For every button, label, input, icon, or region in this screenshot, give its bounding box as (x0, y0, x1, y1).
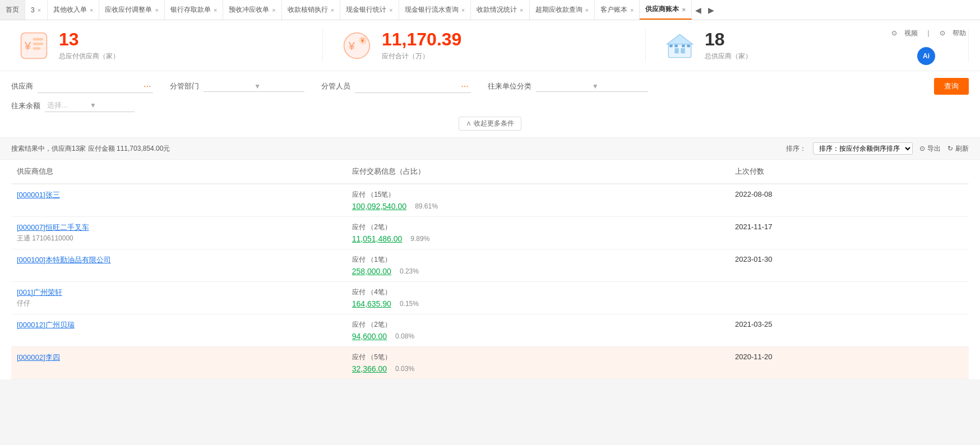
card2-info: 11,170.39 应付合计（万） (382, 30, 461, 61)
tx-top: 应付 （5笔） (352, 353, 724, 362)
export-button[interactable]: ⊙ 导出 (919, 144, 941, 154)
close-icon[interactable]: × (90, 7, 93, 13)
nav-home[interactable]: 首页 (0, 0, 25, 20)
svg-rect-14 (682, 44, 685, 47)
table-scroll-area[interactable]: 供应商信息 应付交易信息（占比） 上次付数 [000001]张三应付 （15笔）… (11, 160, 969, 379)
svg-rect-16 (687, 44, 690, 47)
nav-next-arrow[interactable]: ▶ (705, 6, 718, 15)
nav-overdue-ar[interactable]: 超期应收款查询 × (530, 0, 595, 20)
close-icon[interactable]: × (585, 7, 589, 13)
nav-prepay-collect[interactable]: 预收冲应收单 × (223, 0, 281, 20)
svg-rect-3 (33, 43, 43, 45)
nav-supplier-book[interactable]: 供应商账本 × (640, 0, 691, 20)
amount-link[interactable]: 100,092,540.00 (352, 202, 406, 211)
nav-bank-deposit[interactable]: 银行存取款单 × (165, 0, 223, 20)
nav-collect-verify[interactable]: 收款核销执行 × (282, 0, 340, 20)
person-input-wrap: ··· (355, 80, 470, 93)
person-dots-icon[interactable]: ··· (461, 81, 468, 91)
svg-text:¥: ¥ (360, 38, 364, 44)
tx-label: 应付 （4笔） (352, 288, 391, 296)
nav-tab-3-label: 3 (31, 6, 35, 14)
amount-link[interactable]: 32,366.00 (352, 364, 387, 373)
svg-rect-11 (674, 48, 678, 53)
supplier-sub-info: 仔仔 (17, 299, 341, 308)
svg-rect-12 (681, 48, 685, 53)
nav-ar-ap-adjust[interactable]: 应收应付调整单 × (99, 0, 164, 20)
supplier-input[interactable] (40, 82, 141, 90)
dept-select[interactable]: ▼ (204, 81, 304, 92)
nav-ar-ap-adjust-label: 应收应付调整单 (105, 5, 152, 15)
nav-prev-arrow[interactable]: ◀ (692, 6, 705, 15)
table-row: [000001]张三应付 （15笔）100,092,540.0089.61%20… (11, 184, 969, 217)
ai-badge[interactable]: Ai (917, 47, 935, 65)
transaction-cell: 应付 （1笔）258,000.000.23% (346, 249, 729, 282)
supplier-link[interactable]: [000007]恒旺二手叉车 (17, 223, 89, 231)
card1-number: 13 (59, 30, 119, 49)
tx-percent: 89.61% (415, 202, 438, 210)
nav-collect-stat[interactable]: 收款情况统计 × (471, 0, 529, 20)
close-icon[interactable]: × (682, 6, 685, 13)
nav-other-income[interactable]: 其他收入单 × (48, 0, 99, 20)
close-icon[interactable]: × (155, 7, 158, 13)
close-icon[interactable]: × (214, 7, 217, 13)
supplier-link[interactable]: [000001]张三 (17, 191, 60, 199)
help-link[interactable]: 帮助 (953, 29, 966, 37)
supplier-link[interactable]: [000012]广州贝瑞 (17, 321, 75, 329)
supplier-cell: [000100]本特勤油品有限公司 (11, 249, 346, 282)
tx-percent: 0.15% (400, 300, 419, 308)
close-icon[interactable]: × (331, 7, 334, 13)
amount-link[interactable]: 164,635.90 (352, 299, 391, 308)
svg-point-5 (344, 33, 369, 58)
card3-number: 18 (705, 30, 752, 49)
card2-label: 应付合计（万） (382, 52, 461, 61)
balance-select[interactable]: 选择... ▼ (45, 99, 135, 112)
nav-cash-flow-query[interactable]: 现金银行流水查询 × (399, 0, 471, 20)
sort-select[interactable]: 排序：按应付余额倒序排序 (813, 142, 913, 155)
card3-info: 18 总供应商（家） (705, 30, 752, 61)
chevron-down-icon: ▼ (592, 82, 646, 90)
amount-link[interactable]: 258,000.00 (352, 267, 391, 276)
close-icon[interactable]: × (461, 7, 465, 13)
close-icon[interactable]: × (520, 7, 523, 13)
supplier-dots-icon[interactable]: ··· (144, 81, 151, 91)
amount-link[interactable]: 11,051,486.00 (352, 234, 403, 243)
nav-cash-bank-stat[interactable]: 现金银行统计 × (340, 0, 399, 20)
tx-percent: 0.23% (400, 267, 419, 275)
refresh-button[interactable]: ↻ 刷新 (947, 144, 969, 154)
table-row: [001]广州荣轩仔仔应付 （4笔）164,635.900.15% (11, 282, 969, 314)
close-icon[interactable]: × (630, 7, 634, 13)
svg-text:¥: ¥ (24, 39, 31, 52)
card-icon-payable: ¥ (17, 29, 50, 62)
person-input[interactable] (357, 82, 458, 90)
video-link[interactable]: 视频 (904, 29, 918, 37)
transaction-cell: 应付 （2笔）94,600.000.08% (346, 314, 729, 347)
close-icon[interactable]: × (38, 7, 41, 13)
nav-tab-3[interactable]: 3 × (25, 0, 48, 20)
filter-category-label: 往来单位分类 (488, 81, 531, 91)
query-button[interactable]: 查询 (934, 78, 969, 95)
last-payment-cell (729, 282, 969, 314)
filter-row-2: 往来余额 选择... ▼ (11, 99, 969, 112)
last-payment-cell: 2021-03-25 (729, 314, 969, 347)
supplier-link[interactable]: [001]广州荣轩 (17, 288, 62, 296)
tx-bottom: 164,635.900.15% (352, 299, 724, 308)
supplier-link[interactable]: [000002]李四 (17, 353, 60, 361)
refresh-icon: ↻ (947, 145, 953, 152)
category-select[interactable]: ▼ (536, 81, 648, 92)
nav-customer-book[interactable]: 客户账本 × (595, 0, 640, 20)
amount-link[interactable]: 94,600.00 (352, 332, 387, 341)
table-row: [000002]李四应付 （5笔）32,366.000.03%2020-11-2… (11, 347, 969, 379)
close-icon[interactable]: × (389, 7, 392, 13)
th-last-payment: 上次付数 (729, 160, 969, 184)
tx-percent: 0.03% (395, 365, 414, 373)
supplier-link[interactable]: [000100]本特勤油品有限公司 (17, 256, 111, 264)
filter-dept-label: 分管部门 (170, 81, 199, 91)
close-icon[interactable]: × (272, 7, 275, 13)
card2-number: 11,170.39 (382, 30, 461, 49)
supplier-cell: [000012]广州贝瑞 (11, 314, 346, 347)
nav-home-label: 首页 (6, 5, 19, 15)
nav-cash-flow-query-label: 现金银行流水查询 (405, 5, 459, 15)
tx-bottom: 258,000.000.23% (352, 267, 724, 276)
tx-bottom: 32,366.000.03% (352, 364, 724, 373)
collapse-button[interactable]: ∧ 收起更多条件 (459, 117, 521, 131)
